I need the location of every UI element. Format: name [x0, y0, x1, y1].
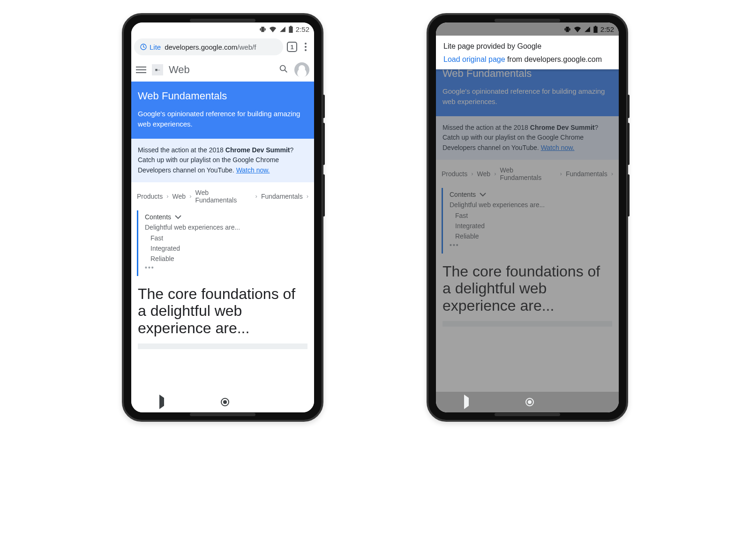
- chevron-right-icon: ›: [471, 170, 473, 177]
- breadcrumb: Products› Web› Web Fundamentals› Fundame…: [131, 182, 314, 210]
- promo-banner: Missed the action at the 2018 Chrome Dev…: [131, 139, 314, 182]
- table-of-contents: Contents Delightful web experiences are.…: [137, 210, 308, 276]
- page-headline: The core foundations of a delightful web…: [131, 276, 314, 341]
- promo-link[interactable]: Watch now.: [541, 144, 575, 151]
- toc-label[interactable]: Contents: [145, 213, 171, 221]
- table-of-contents: Contents Delightful web experiences are.…: [442, 188, 613, 254]
- toc-lead[interactable]: Delightful web experiences are...: [450, 201, 607, 209]
- promo-banner: Missed the action at the 2018 Chrome Dev…: [436, 116, 619, 160]
- home-button[interactable]: [221, 398, 229, 406]
- status-bar: 2:52: [436, 22, 619, 36]
- site-header: ■– Web: [131, 58, 314, 82]
- vibrate-icon: [564, 26, 571, 33]
- crumb-item[interactable]: Fundamentals: [566, 170, 608, 178]
- cell-signal-icon: [584, 26, 591, 32]
- lite-label: Lite: [150, 43, 161, 51]
- toc-more-icon[interactable]: •••: [450, 241, 607, 249]
- page-headline: The core foundations of a delightful web…: [436, 254, 619, 318]
- toc-lead[interactable]: Delightful web experiences are...: [145, 224, 302, 231]
- lite-info-sheet: Lite page provided by Google Load origin…: [436, 36, 619, 69]
- overflow-menu-button[interactable]: [301, 43, 310, 51]
- omnibox[interactable]: Lite developers.google.com/web/f: [134, 38, 283, 55]
- battery-icon: [289, 26, 293, 33]
- url-text: developers.google.com/web/f: [165, 43, 256, 51]
- back-button[interactable]: [159, 398, 164, 406]
- breadcrumb: Products› Web› Web Fundamentals› Fundame…: [436, 160, 619, 188]
- toc-item[interactable]: Fast: [455, 210, 607, 221]
- status-bar: 2:52: [131, 22, 314, 36]
- browser-toolbar: Lite developers.google.com/web/f 1: [131, 36, 314, 58]
- promo-link[interactable]: Watch now.: [236, 166, 270, 174]
- vibrate-icon: [259, 26, 266, 33]
- toc-label[interactable]: Contents: [450, 191, 476, 198]
- hero-banner: Web Fundamentals Google's opinionated re…: [131, 82, 314, 139]
- crumb-item[interactable]: Web: [477, 170, 491, 178]
- sheet-title: Lite page provided by Google: [443, 42, 611, 51]
- system-nav-bar: [436, 392, 619, 412]
- hero-subtitle: Google's opinionated reference for build…: [138, 109, 308, 129]
- chevron-down-icon[interactable]: [480, 191, 486, 198]
- crumb-item[interactable]: Fundamentals: [261, 193, 303, 200]
- cell-signal-icon: [279, 26, 286, 32]
- home-button[interactable]: [525, 398, 534, 406]
- toc-item[interactable]: Fast: [150, 233, 302, 243]
- toc-item[interactable]: Integrated: [455, 221, 607, 231]
- crumb-item[interactable]: Web Fundamentals: [500, 166, 556, 181]
- chevron-right-icon: ›: [307, 193, 308, 200]
- account-avatar[interactable]: [294, 62, 309, 77]
- site-logo[interactable]: ■–: [152, 64, 163, 75]
- content-placeholder: [138, 343, 308, 349]
- crumb-item[interactable]: Products: [137, 193, 163, 200]
- hero-subtitle: Google's opinionated reference for build…: [442, 86, 612, 107]
- wifi-icon: [574, 26, 581, 32]
- toc-item[interactable]: Reliable: [150, 254, 302, 264]
- back-button[interactable]: [464, 398, 469, 406]
- device-right: 2:52 ■– Web Web Fundamentals Google's op…: [427, 13, 628, 422]
- content-placeholder: [442, 321, 612, 327]
- chevron-right-icon: ›: [189, 193, 191, 200]
- site-title[interactable]: Web: [169, 64, 273, 76]
- status-time: 2:52: [600, 25, 614, 33]
- chevron-down-icon[interactable]: [175, 213, 181, 221]
- device-left: 2:52 Lite developers.google.com/web/f 1 …: [122, 13, 323, 422]
- chevron-right-icon: ›: [255, 193, 257, 200]
- toc-item[interactable]: Reliable: [455, 231, 607, 241]
- lite-badge[interactable]: Lite: [140, 43, 161, 51]
- crumb-item[interactable]: Web Fundamentals: [195, 189, 251, 204]
- wifi-icon: [269, 26, 277, 32]
- chevron-right-icon: ›: [494, 170, 496, 177]
- tab-switcher-button[interactable]: 1: [287, 42, 297, 52]
- sheet-tail: from developers.google.com: [505, 55, 602, 63]
- system-nav-bar: [131, 392, 314, 412]
- chevron-right-icon: ›: [560, 170, 562, 177]
- search-icon[interactable]: [278, 64, 289, 76]
- toc-item[interactable]: Integrated: [150, 243, 302, 254]
- toc-more-icon[interactable]: •••: [145, 264, 302, 271]
- chevron-right-icon: ›: [611, 170, 613, 177]
- chevron-right-icon: ›: [166, 193, 168, 200]
- hamburger-icon[interactable]: [136, 67, 146, 73]
- svg-point-1: [280, 66, 285, 71]
- load-original-link[interactable]: Load original page: [443, 55, 505, 63]
- status-time: 2:52: [296, 25, 309, 33]
- battery-icon: [593, 26, 598, 33]
- crumb-item[interactable]: Web: [172, 193, 186, 200]
- crumb-item[interactable]: Products: [442, 170, 467, 178]
- hero-title: Web Fundamentals: [138, 90, 308, 102]
- lite-icon: [140, 43, 147, 51]
